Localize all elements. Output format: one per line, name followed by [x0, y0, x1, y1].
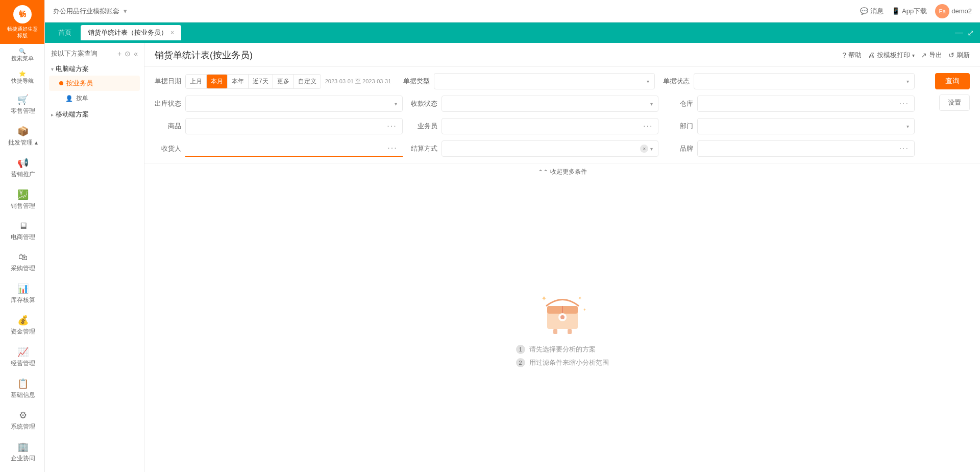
date-btn-more[interactable]: 更多 — [273, 75, 294, 88]
sidebar-item-wholesale[interactable]: 📦 批发管理 ▴ — [0, 121, 44, 152]
salesperson-input[interactable]: ··· — [442, 118, 659, 134]
sidebar-search-item[interactable]: 🔍 搜索菜单 — [0, 44, 44, 66]
sidebar-item-basic[interactable]: 📋 基础信息 — [0, 373, 44, 405]
sidebar-item-purchase[interactable]: 🛍 采购管理 — [0, 247, 44, 278]
user-area[interactable]: Ea demo2 — [935, 4, 972, 18]
sidebar-item-inventory[interactable]: 📊 库存核算 — [0, 278, 44, 310]
scheme-group-pc: ▾ 电脑端方案 按业务员 👤 按单 — [45, 62, 144, 106]
logo-area[interactable]: 畅 畅捷通好生意 标版 — [0, 0, 44, 44]
retail-icon: 🛒 — [17, 94, 29, 105]
empty-tip-1: 1 请先选择要分析的方案 — [516, 345, 609, 354]
sub-item-icon: 👤 — [65, 95, 73, 102]
salesperson-label: 业务员 — [411, 122, 437, 131]
tip-2-text: 用过滤条件来缩小分析范围 — [529, 358, 609, 367]
tab-sales-stat[interactable]: 销货单统计表（按业务员） × — [81, 25, 181, 40]
message-btn[interactable]: 💬 消息 — [860, 7, 884, 16]
user-name: demo2 — [951, 7, 972, 15]
doc-type-select[interactable]: ▾ — [434, 73, 655, 89]
left-panel-title: 按以下方案查询 — [51, 49, 97, 58]
filter-item-settlement: 结算方式 × ▾ — [411, 140, 659, 157]
app-download-label: App下载 — [902, 7, 927, 16]
topbar-dropdown-icon[interactable]: ▾ — [124, 7, 127, 15]
settlement-clear-icon[interactable]: × — [640, 145, 648, 153]
basic-icon: 📋 — [17, 378, 29, 389]
filter-row-1: 单据日期 上月 本月 本年 近7天 更多 自定义 2023-03-01 至 20… — [155, 73, 915, 89]
sidebar-item-system[interactable]: ⚙ 系统管理 — [0, 405, 44, 436]
tip-num-2: 2 — [516, 358, 525, 367]
filter-item-date: 单据日期 上月 本月 本年 近7天 更多 自定义 2023-03-01 至 20… — [155, 74, 395, 89]
tab-close-icon[interactable]: × — [170, 29, 174, 36]
filter-row-4: 收货人 ··· 结算方式 × — [155, 140, 915, 157]
receiver-input[interactable]: ··· — [185, 140, 403, 157]
scheme-sub-item-by-order[interactable]: 👤 按单 — [49, 91, 140, 106]
sidebar-nav: 🔍 搜索菜单 ⭐ 快捷导航 🛒 零售管理 📦 批发管理 ▴ 📢 营销推广 💹 销… — [0, 44, 44, 472]
date-option-group: 上月 本月 本年 近7天 更多 自定义 — [185, 74, 321, 89]
settlement-select[interactable]: × ▾ — [442, 140, 659, 157]
date-range-text: 2023-03-01 至 2023-03-31 — [321, 75, 396, 88]
date-btn-last-7[interactable]: 近7天 — [249, 75, 273, 88]
purchase-icon: 🛍 — [18, 252, 28, 263]
goods-input[interactable]: ··· — [185, 118, 403, 134]
sidebar-item-operations[interactable]: 📈 经营管理 — [0, 341, 44, 373]
scheme-group-mobile-header[interactable]: ▸ 移动端方案 — [49, 108, 140, 121]
sidebar-shortcut-label: 快捷导航 — [2, 77, 42, 85]
export-btn[interactable]: ↗ 导出 — [921, 51, 942, 60]
receipt-status-select[interactable]: ▾ — [442, 96, 659, 112]
collapse-panel-icon[interactable]: « — [134, 50, 138, 58]
topbar-right: 💬 消息 📱 App下载 Ea demo2 — [860, 4, 972, 18]
wholesale-icon: 📦 — [17, 126, 29, 137]
basic-label: 基础信息 — [11, 391, 35, 399]
edit-scheme-icon[interactable]: ⊙ — [125, 50, 131, 58]
left-panel-header: 按以下方案查询 + ⊙ « — [45, 49, 144, 62]
dept-select[interactable]: ▾ — [697, 118, 915, 134]
operations-icon: 📈 — [17, 346, 29, 358]
retail-label: 零售管理 — [11, 107, 35, 115]
date-btn-custom[interactable]: 自定义 — [294, 75, 321, 88]
brand-input[interactable]: ··· — [697, 140, 915, 157]
enterprise-label: 企业协同 — [11, 454, 35, 463]
out-status-select[interactable]: ▾ — [185, 96, 403, 112]
tab-home[interactable]: 首页 — [51, 25, 79, 40]
warehouse-input[interactable]: ··· — [697, 96, 915, 112]
logo-char: 畅 — [19, 10, 26, 19]
filter-item-dept: 部门 ▾ — [667, 118, 915, 134]
query-button[interactable]: 查询 — [935, 73, 970, 89]
system-label: 系统管理 — [11, 422, 35, 431]
add-scheme-icon[interactable]: + — [117, 50, 121, 58]
date-btn-this-year[interactable]: 本年 — [228, 75, 249, 88]
filter-item-doc-status: 单据状态 ▾ — [663, 73, 915, 89]
sidebar-item-enterprise[interactable]: 🏢 企业协同 — [0, 436, 44, 468]
template-print-btn[interactable]: 🖨 按模板打印 ▾ — [868, 51, 915, 60]
svg-text:✦: ✦ — [578, 295, 582, 301]
refresh-btn[interactable]: ↺ 刷新 — [948, 51, 970, 60]
inventory-label: 库存核算 — [11, 296, 35, 304]
scheme-group-pc-header[interactable]: ▾ 电脑端方案 — [49, 62, 140, 76]
tab-minimize-icon[interactable]: — — [955, 28, 963, 37]
svg-text:✦: ✦ — [583, 308, 586, 312]
sidebar-item-finance[interactable]: 💰 资金管理 — [0, 310, 44, 341]
doc-status-select[interactable]: ▾ — [694, 73, 915, 89]
sidebar-item-newbie[interactable]: 🎯 新手引导 — [0, 468, 44, 472]
sidebar-item-marketing[interactable]: 📢 营销推广 — [0, 152, 44, 184]
filter-row-2: 出库状态 ▾ 收款状态 ▾ — [155, 96, 915, 112]
sidebar-shortcut-item[interactable]: ⭐ 快捷导航 — [0, 66, 44, 89]
export-icon: ↗ — [921, 51, 927, 59]
content-area: 按以下方案查询 + ⊙ « ▾ 电脑端方案 按业务员 👤 按单 — [45, 43, 980, 472]
scheme-item-by-salesperson[interactable]: 按业务员 — [49, 76, 140, 91]
refresh-icon: ↺ — [948, 51, 954, 59]
sidebar-item-ecommerce[interactable]: 🖥 电商管理 — [0, 216, 44, 247]
app-download-btn[interactable]: 📱 App下载 — [892, 7, 927, 16]
goods-dots-icon: ··· — [387, 122, 397, 131]
app-download-icon: 📱 — [892, 7, 900, 15]
settings-button[interactable]: 设置 — [939, 95, 970, 111]
sidebar-item-retail[interactable]: 🛒 零售管理 — [0, 89, 44, 121]
sidebar-item-sales[interactable]: 💹 销售管理 — [0, 184, 44, 216]
collapse-btn-area[interactable]: ⌃⌃ 收起更多条件 — [144, 163, 980, 180]
date-btn-this-month[interactable]: 本月 — [207, 75, 228, 88]
date-btn-last-month[interactable]: 上月 — [186, 75, 207, 88]
ecommerce-icon: 🖥 — [18, 221, 28, 231]
receiver-dots-icon: ··· — [387, 144, 397, 153]
help-btn[interactable]: ? 帮助 — [842, 51, 862, 60]
brand-dots-icon: ··· — [899, 144, 909, 153]
tab-maximize-icon[interactable]: ⤢ — [967, 28, 974, 38]
